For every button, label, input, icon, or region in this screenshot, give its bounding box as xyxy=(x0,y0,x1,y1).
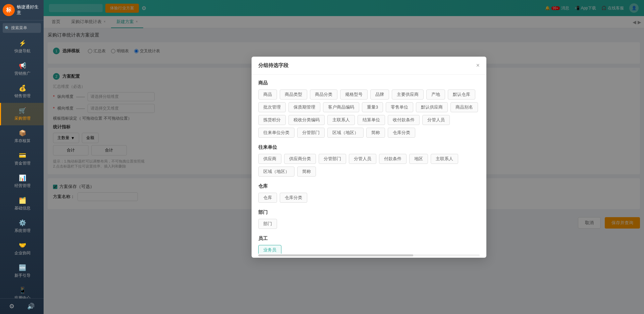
field-tag[interactable]: 规格型号 xyxy=(340,89,368,100)
section-department-title: 部门 xyxy=(258,209,480,215)
purchase-icon: 🛒 xyxy=(19,107,26,114)
sidebar: 标 畅捷通好生意 🔍 搜索菜单 ⚡ 快捷导航 📢 营销推广 💰 销售管理 🛒 采… xyxy=(0,0,44,314)
sidebar-item-purchase[interactable]: 🛒 采购管理 xyxy=(0,103,44,125)
field-tag[interactable]: 主联系人 xyxy=(327,115,355,125)
sidebar-item-label: 资金管理 xyxy=(14,161,31,166)
field-tag[interactable]: 客户商品编码 xyxy=(323,102,359,112)
field-tag[interactable]: 结算单位 xyxy=(358,115,385,125)
field-tag[interactable]: 拣货积分 xyxy=(258,115,286,125)
sidebar-item-basic[interactable]: 🗂️ 基础信息 xyxy=(0,193,44,215)
field-tag[interactable]: 重量3 xyxy=(362,102,383,112)
dialog-body: 商品 商品 商品类型 商品分类 规格型号 品牌 主要供应商 产地 默认仓库 批次… xyxy=(252,75,486,254)
basic-icon: 🗂️ xyxy=(19,197,26,204)
sidebar-item-collab[interactable]: 🤝 企业协同 xyxy=(0,238,44,260)
sidebar-item-operations[interactable]: 📊 经营管理 xyxy=(0,170,44,193)
field-tag[interactable]: 商品别名 xyxy=(450,102,478,112)
sidebar-item-inventory[interactable]: 📦 库存核算 xyxy=(0,125,44,148)
search-menu-label: 搜索菜单 xyxy=(11,25,27,31)
field-tag[interactable]: 仓库分类 xyxy=(280,193,307,203)
sidebar-nav: ⚡ 快捷导航 📢 营销推广 💰 销售管理 🛒 采购管理 📦 库存核算 💳 资金管… xyxy=(0,36,44,298)
marketing-icon: 📢 xyxy=(19,62,26,69)
search-icon: 🔍 xyxy=(5,26,10,30)
sidebar-item-sales[interactable]: 💰 销售管理 xyxy=(0,80,44,103)
dialog-title: 分组待选字段 xyxy=(258,62,288,69)
field-tag[interactable]: 批次管理 xyxy=(258,102,286,112)
logo-area: 标 畅捷通好生意 xyxy=(0,0,44,20)
speaker-bottom-button[interactable]: 🔊 xyxy=(26,301,36,311)
field-select-dialog: 分组待选字段 × 商品 商品 商品类型 商品分类 规格型号 品牌 主要供应商 产… xyxy=(252,57,486,258)
section-warehouse-title: 仓库 xyxy=(258,183,480,189)
field-tag[interactable]: 默认供应商 xyxy=(416,102,448,112)
field-tag[interactable]: 分管部门 xyxy=(297,128,325,138)
inventory-icon: 📦 xyxy=(19,129,26,137)
sidebar-item-label: 库存核算 xyxy=(14,138,31,144)
section-partner: 往来单位 供应商 供应商分类 分管部门 分管人员 付款条件 地区 主联系人 区域… xyxy=(258,144,480,177)
field-tag[interactable]: 供应商 xyxy=(258,154,281,164)
sidebar-item-system[interactable]: ⚙️ 系统管理 xyxy=(0,215,44,238)
sidebar-item-app-center[interactable]: 📱 应用中心 xyxy=(0,282,44,298)
field-tag[interactable]: 保质期管理 xyxy=(288,102,320,112)
field-tag[interactable]: 商品类型 xyxy=(280,89,307,100)
sidebar-bottom: ⚙ 🔊 xyxy=(0,298,44,314)
search-menu-button[interactable]: 🔍 搜索菜单 xyxy=(3,23,41,33)
system-icon: ⚙️ xyxy=(19,219,26,227)
section-warehouse-tags: 仓库 仓库分类 xyxy=(258,193,480,203)
section-department-tags: 部门 xyxy=(258,219,480,229)
field-tag[interactable]: 地区 xyxy=(409,154,428,164)
field-tag[interactable]: 区域（地区） xyxy=(327,128,364,138)
sidebar-item-finance[interactable]: 💳 资金管理 xyxy=(0,148,44,170)
section-warehouse: 仓库 仓库 仓库分类 xyxy=(258,183,480,203)
section-staff-tags: 业务员 xyxy=(258,245,480,254)
logo-text: 畅捷通好生意 xyxy=(17,4,41,16)
field-tag[interactable]: 简称 xyxy=(297,167,316,177)
field-tag[interactable]: 付款条件 xyxy=(379,154,407,164)
field-tag[interactable]: 分管部门 xyxy=(319,154,346,164)
field-tag[interactable]: 收付款条件 xyxy=(388,115,420,125)
section-product-title: 商品 xyxy=(258,80,480,86)
horizontal-scrollbar-thumb xyxy=(258,254,413,256)
finance-icon: 💳 xyxy=(19,152,26,159)
sidebar-item-label: 销售管理 xyxy=(14,93,31,99)
field-tag[interactable]: 部门 xyxy=(258,219,277,229)
app-center-icon: 📱 xyxy=(19,287,26,294)
field-tag[interactable]: 默认仓库 xyxy=(448,89,475,100)
field-tag[interactable]: 税收分类编码 xyxy=(288,115,325,125)
settings-bottom-button[interactable]: ⚙ xyxy=(8,301,16,311)
sidebar-item-label: 快捷导航 xyxy=(14,48,31,54)
section-partner-title: 往来单位 xyxy=(258,144,480,150)
field-tag[interactable]: 商品分类 xyxy=(310,89,337,100)
logo-icon: 标 xyxy=(3,4,15,16)
field-tag[interactable]: 仓库 xyxy=(258,193,277,203)
sidebar-item-label: 应用中心 xyxy=(14,295,31,298)
sidebar-item-label: 新手引导 xyxy=(14,273,31,278)
field-tag[interactable]: 商品 xyxy=(258,89,277,100)
sidebar-item-label: 营销推广 xyxy=(14,71,31,76)
field-tag[interactable]: 简称 xyxy=(366,128,385,138)
field-tag[interactable]: 分管人员 xyxy=(422,115,450,125)
field-tag-staff-salesperson[interactable]: 业务员 xyxy=(258,245,281,254)
section-product-tags: 商品 商品类型 商品分类 规格型号 品牌 主要供应商 产地 默认仓库 批次管理 … xyxy=(258,89,480,138)
section-staff: 员工 业务员 xyxy=(258,236,480,254)
field-tag[interactable]: 分管人员 xyxy=(349,154,376,164)
sidebar-item-quick-nav[interactable]: ⚡ 快捷导航 xyxy=(0,36,44,58)
sidebar-item-marketing[interactable]: 📢 营销推广 xyxy=(0,58,44,80)
field-tag[interactable]: 零售单位 xyxy=(386,102,413,112)
dialog-footer xyxy=(252,254,486,258)
sidebar-item-label: 采购管理 xyxy=(14,116,31,121)
field-tag[interactable]: 主要供应商 xyxy=(392,89,424,100)
sidebar-item-guide[interactable]: 🆕 新手引导 xyxy=(0,260,44,282)
dialog-close-button[interactable]: × xyxy=(476,62,480,69)
field-tag[interactable]: 区域（地区） xyxy=(258,167,294,177)
section-product: 商品 商品 商品类型 商品分类 规格型号 品牌 主要供应商 产地 默认仓库 批次… xyxy=(258,80,480,138)
sidebar-item-label: 经营管理 xyxy=(14,183,31,189)
quick-nav-icon: ⚡ xyxy=(19,40,26,47)
field-tag[interactable]: 供应商分类 xyxy=(284,154,316,164)
field-tag[interactable]: 品牌 xyxy=(370,89,389,100)
horizontal-scrollbar xyxy=(258,254,480,256)
field-tag[interactable]: 主联系人 xyxy=(431,154,458,164)
guide-icon: 🆕 xyxy=(19,264,26,271)
field-tag[interactable]: 产地 xyxy=(426,89,445,100)
field-tag[interactable]: 仓库分类 xyxy=(388,128,415,138)
sidebar-item-label: 企业协同 xyxy=(14,250,31,256)
field-tag[interactable]: 往来单位分类 xyxy=(258,128,294,138)
